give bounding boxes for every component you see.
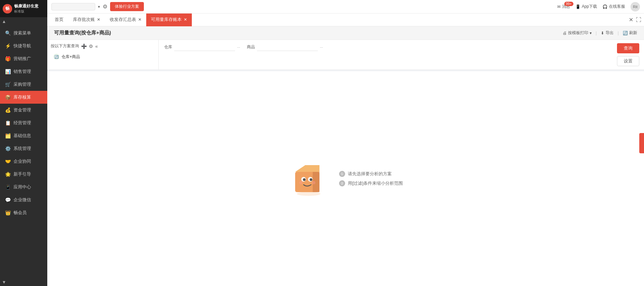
- topbar-app[interactable]: 📱 App下载: [575, 4, 597, 9]
- system-icon: ⚙️: [5, 146, 11, 152]
- sidebar: 畅 畅康通好生意 标准版 ▲ 🔍 搜索菜单 ⚡ 快捷导航 🎁 营销推广 📊 销售…: [0, 0, 47, 286]
- tab-available-ledger[interactable]: 可用量库存账本 ✕: [146, 14, 192, 26]
- sidebar-item-app-center[interactable]: 📱 应用中心: [0, 181, 47, 193]
- tab-collect-label: 收发存汇总表: [110, 17, 136, 23]
- sales-icon: 📊: [5, 69, 11, 75]
- sidebar-item-wechat[interactable]: 💬 企业微信: [0, 193, 47, 206]
- svg-marker-2: [295, 165, 319, 172]
- sidebar-logo: 畅: [3, 4, 12, 14]
- svg-point-9: [312, 181, 315, 184]
- sidebar-item-label: 资金管理: [14, 107, 31, 113]
- query-btn[interactable]: 查询: [617, 43, 639, 53]
- refresh-label: 刷新: [629, 30, 637, 36]
- settings-btn[interactable]: 设置: [617, 56, 639, 66]
- sidebar-item-label: 企业协同: [14, 158, 31, 164]
- sidebar-item-label: 营销推广: [14, 56, 31, 62]
- topbar-gear-btn[interactable]: ⚙: [103, 3, 107, 10]
- print-dropdown-icon: ▾: [590, 31, 592, 35]
- sidebar-item-operation[interactable]: 📋 经营管理: [0, 116, 47, 129]
- action-divider-2: |: [618, 31, 619, 35]
- scheme-settings-btn[interactable]: ⚙: [89, 44, 93, 49]
- operation-icon: 📋: [5, 120, 11, 126]
- newbie-icon: 🌟: [5, 171, 11, 177]
- sidebar-scroll-down[interactable]: ▼: [0, 278, 8, 286]
- sidebar-item-label: 企业微信: [14, 197, 31, 203]
- sidebar-item-search[interactable]: 🔍 搜索菜单: [0, 27, 47, 40]
- export-btn[interactable]: ⬇ 导出: [601, 30, 614, 36]
- warehouse-more-btn[interactable]: ···: [237, 45, 240, 49]
- sidebar-item-system[interactable]: ⚙️ 系统管理: [0, 142, 47, 155]
- right-handle[interactable]: [639, 133, 644, 153]
- sidebar-item-finance[interactable]: 💰 资金管理: [0, 104, 47, 116]
- wechat-icon: 💬: [5, 197, 11, 203]
- tab-collect-ledger[interactable]: 收发存汇总表 ✕: [105, 14, 146, 26]
- quick-nav-icon: ⚡: [5, 43, 11, 49]
- sidebar-item-member[interactable]: 👑 畅会员: [0, 206, 47, 219]
- topbar-industry-btn[interactable]: 体验行业方案: [110, 2, 144, 11]
- tab-batch-ledger[interactable]: 库存批次账 ✕: [68, 14, 105, 26]
- logo-text: 畅: [5, 6, 9, 11]
- marketing-icon: 🎁: [5, 56, 11, 62]
- tab-collect-close[interactable]: ✕: [138, 18, 141, 22]
- sidebar-item-label: 经营管理: [14, 120, 31, 126]
- sidebar-app-name: 畅康通好生意: [14, 3, 38, 9]
- export-label: 导出: [606, 30, 614, 36]
- tab-available-close[interactable]: ✕: [184, 18, 187, 22]
- sidebar-items: 🔍 搜索菜单 ⚡ 快捷导航 🎁 营销推广 📊 销售管理 🛒 采购管理 📦 库存核…: [0, 25, 47, 278]
- svg-point-7: [310, 178, 312, 181]
- tabbar-expand-btn[interactable]: ⛶: [636, 17, 641, 23]
- topbar-right: ✉ 消息 99+ 📱 App下载 🎧 在线客服 Rit: [557, 2, 640, 11]
- topbar-msg[interactable]: ✉ 消息 99+: [557, 4, 570, 9]
- scheme-item-warehouse-product[interactable]: 🔄 仓库+商品: [51, 52, 155, 62]
- search-icon: 🔍: [5, 30, 11, 36]
- hint-text-2: 用[过滤]条件来缩小分析范围: [348, 180, 403, 186]
- sidebar-item-marketing[interactable]: 🎁 营销推广: [0, 52, 47, 65]
- empty-hint-1: ① 请先选择要分析的方案: [339, 171, 403, 177]
- sidebar-item-basic[interactable]: 🗂️ 基础信息: [0, 129, 47, 142]
- empty-svg: [288, 158, 329, 199]
- sidebar-item-quick-nav[interactable]: ⚡ 快捷导航: [0, 40, 47, 52]
- warehouse-input[interactable]: [174, 43, 235, 51]
- svg-point-8: [299, 181, 303, 184]
- sidebar-item-purchase[interactable]: 🛒 采购管理: [0, 78, 47, 91]
- sidebar-item-label: 系统管理: [14, 146, 31, 152]
- product-more-btn[interactable]: ···: [320, 45, 323, 49]
- sidebar-item-label: 销售管理: [14, 69, 31, 75]
- finance-icon: 💰: [5, 107, 11, 113]
- tab-batch-close[interactable]: ✕: [97, 18, 100, 22]
- empty-illustration: [288, 158, 329, 199]
- inventory-icon: 📦: [5, 94, 11, 100]
- scheme-item-icon: 🔄: [53, 54, 59, 60]
- sidebar-app-version: 标准版: [14, 9, 38, 14]
- sidebar-item-enterprise[interactable]: 🤝 企业协同: [0, 155, 47, 168]
- sidebar-item-inventory[interactable]: 📦 库存核算: [0, 91, 47, 104]
- msg-badge: 99+: [564, 2, 573, 6]
- sidebar-item-label: 快捷导航: [14, 43, 31, 49]
- hint-num-2: ②: [339, 180, 345, 186]
- sidebar-item-newbie[interactable]: 🌟 新手引导: [0, 168, 47, 181]
- topbar: ▾ ⚙ 体验行业方案 ✉ 消息 99+ 📱 App下载 🎧 在线客服 Rit: [47, 0, 644, 14]
- query-fields: 仓库 ··· 商品 ···: [159, 40, 612, 70]
- scheme-add-btn[interactable]: ➕: [81, 44, 87, 49]
- user-name: Rit: [633, 5, 637, 9]
- topbar-search-input[interactable]: [51, 3, 95, 10]
- query-actions: 查询 设置: [612, 40, 644, 70]
- scheme-collapse-btn[interactable]: «: [95, 44, 98, 49]
- sidebar-item-sales[interactable]: 📊 销售管理: [0, 65, 47, 78]
- product-input[interactable]: [257, 43, 318, 51]
- query-scheme-header: 按以下方案查询 ➕ ⚙ «: [51, 43, 155, 49]
- tab-home[interactable]: 首页: [50, 14, 68, 26]
- print-label: 按模板打印: [568, 30, 588, 36]
- svg-point-6: [303, 178, 306, 181]
- refresh-btn[interactable]: 🔄 刷新: [623, 30, 637, 36]
- topbar-service[interactable]: 🎧 在线客服: [602, 4, 625, 9]
- topbar-dropdown-btn[interactable]: ▾: [98, 4, 100, 9]
- sidebar-scroll-up[interactable]: ▲: [0, 17, 8, 25]
- sidebar-item-label: 新手引导: [14, 171, 31, 177]
- sidebar-item-label: 应用中心: [14, 184, 31, 190]
- tabbar-close-btn[interactable]: ✕: [629, 17, 633, 23]
- topbar-avatar[interactable]: Rit: [630, 2, 640, 11]
- print-btn[interactable]: 🖨 按模板打印 ▾: [563, 30, 592, 36]
- app-label: App下载: [582, 4, 597, 9]
- scheme-label: 按以下方案查询: [51, 43, 79, 49]
